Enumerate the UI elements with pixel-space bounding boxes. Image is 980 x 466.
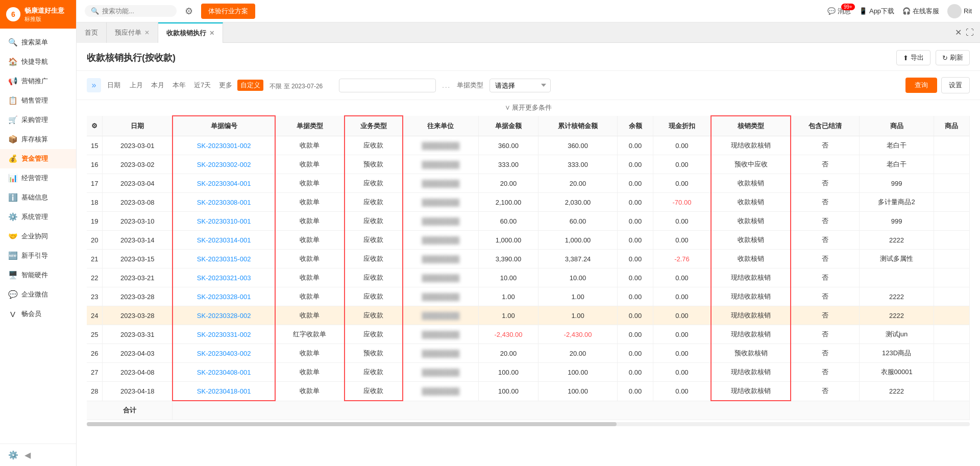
sidebar-item-base[interactable]: ℹ️基础信息 xyxy=(0,188,76,207)
last-month-btn[interactable]: 上月 xyxy=(127,79,146,91)
cell-amount: 360.00 xyxy=(478,136,538,155)
counterpart-input[interactable] xyxy=(339,79,436,92)
voucher-type-select[interactable]: 请选择 xyxy=(489,79,551,92)
maximize-tab-button[interactable]: ⛶ xyxy=(966,28,974,37)
th-settings[interactable]: ⚙ xyxy=(87,116,103,136)
cell-doc-no[interactable]: SK-20230328-001 xyxy=(173,287,275,306)
sidebar-item-purchase[interactable]: 🛒采购管理 xyxy=(0,110,76,130)
settings-icon[interactable]: ⚙️ xyxy=(8,450,18,460)
cell-doc-no[interactable]: SK-20230418-001 xyxy=(173,382,275,401)
refresh-button[interactable]: ↻ 刷新 xyxy=(936,50,970,65)
cell-doc-no[interactable]: SK-20230314-001 xyxy=(173,231,275,250)
cell-doc-no[interactable]: SK-20230308-001 xyxy=(173,193,275,212)
tab-close-collection[interactable]: ✕ xyxy=(209,30,214,37)
expand-more-button[interactable]: ∨ 展开更多条件 xyxy=(505,103,552,112)
last-7days-btn[interactable]: 近7天 xyxy=(191,79,214,91)
cell-goods2 xyxy=(934,193,969,212)
message-button[interactable]: 💬 消息 99+ xyxy=(827,7,851,16)
cell-include-cleared: 否 xyxy=(791,306,859,325)
th-doc-type: 单据类型 xyxy=(275,116,344,136)
more-date-btn[interactable]: 更多 xyxy=(216,79,235,91)
sidebar-item-member[interactable]: V畅会员 xyxy=(0,304,76,324)
service-button[interactable]: 🎧 在线客服 xyxy=(902,7,939,16)
cell-biz-type: 应收款 xyxy=(345,174,403,193)
cell-balance: 0.00 xyxy=(617,155,653,174)
custom-date-btn[interactable]: 自定义 xyxy=(237,80,263,91)
scrollbar-track[interactable] xyxy=(87,422,970,426)
sidebar-item-system[interactable]: ⚙️系统管理 xyxy=(0,207,76,227)
query-button[interactable]: 查询 xyxy=(905,78,937,93)
doc-no-link[interactable]: SK-20230328-001 xyxy=(197,293,251,301)
cell-counterpart: ████████ xyxy=(403,155,479,174)
cell-doc-no[interactable]: SK-20230301-002 xyxy=(173,136,275,155)
more-filters-dots[interactable]: ... xyxy=(442,82,451,89)
sidebar-item-inventory[interactable]: 📦库存核算 xyxy=(0,130,76,149)
doc-no-link[interactable]: SK-20230304-001 xyxy=(197,180,251,187)
voucher-type-label: 单据类型 xyxy=(457,81,483,90)
doc-no-link[interactable]: SK-20230408-001 xyxy=(197,369,251,376)
cell-discount: 0.00 xyxy=(653,344,711,363)
doc-no-link[interactable]: SK-20230418-001 xyxy=(197,387,251,395)
doc-no-link[interactable]: SK-20230321-003 xyxy=(197,274,251,282)
cell-doc-no[interactable]: SK-20230408-001 xyxy=(173,363,275,382)
cell-counterpart: ████████ xyxy=(403,268,479,287)
solution-button[interactable]: 体验行业方案 xyxy=(201,4,255,19)
doc-no-link[interactable]: SK-20230328-002 xyxy=(197,312,251,320)
sidebar-item-marketing[interactable]: 📢营销推广 xyxy=(0,71,76,91)
user-avatar[interactable]: Rit xyxy=(947,4,972,18)
purchase-icon: 🛒 xyxy=(8,115,17,125)
gear-icon[interactable]: ⚙ xyxy=(185,6,193,17)
cell-date: 2023-03-21 xyxy=(103,268,173,287)
cell-doc-no[interactable]: SK-20230328-002 xyxy=(173,306,275,325)
member-icon: V xyxy=(8,309,17,318)
doc-no-link[interactable]: SK-20230302-002 xyxy=(197,161,251,168)
search-input[interactable] xyxy=(102,7,163,15)
close-tab-button[interactable]: ✕ xyxy=(955,28,962,37)
cell-doc-no[interactable]: SK-20230302-002 xyxy=(173,155,275,174)
this-month-btn[interactable]: 本月 xyxy=(148,79,167,91)
doc-no-link[interactable]: SK-20230308-001 xyxy=(197,199,251,206)
app-download-button[interactable]: 📱 App下载 xyxy=(859,7,894,16)
cell-doc-no[interactable]: SK-20230403-002 xyxy=(173,344,275,363)
doc-no-link[interactable]: SK-20230301-002 xyxy=(197,142,251,150)
collapse-icon[interactable]: ◀ xyxy=(24,450,31,460)
shortcut-icon: 🏠 xyxy=(8,57,17,66)
filter-settings-button[interactable]: 设置 xyxy=(941,77,970,93)
cell-amount: 20.00 xyxy=(478,174,538,193)
doc-no-link[interactable]: SK-20230315-002 xyxy=(197,255,251,263)
sidebar-item-search[interactable]: 🔍搜索菜单 xyxy=(0,33,76,52)
tab-home[interactable]: 首页 xyxy=(77,22,107,43)
tab-label: 预应付单 xyxy=(115,28,141,37)
cell-biz-type: 应收款 xyxy=(345,136,403,155)
sidebar-item-wechat[interactable]: 💬企业微信 xyxy=(0,285,76,304)
cell-doc-no[interactable]: SK-20230321-003 xyxy=(173,268,275,287)
doc-no-link[interactable]: SK-20230403-002 xyxy=(197,350,251,357)
sidebar-item-shortcut[interactable]: 🏠快捷导航 xyxy=(0,52,76,71)
export-button[interactable]: ⬆ 导出 xyxy=(896,50,930,65)
sidebar-item-finance[interactable]: 💰资金管理 xyxy=(0,149,76,168)
tab-prepay[interactable]: 预应付单✕ xyxy=(107,22,158,43)
cell-counterpart: ████████ xyxy=(403,212,479,231)
cell-doc-no[interactable]: SK-20230331-002 xyxy=(173,325,275,344)
sidebar-item-sales[interactable]: 📋销售管理 xyxy=(0,91,76,110)
tab-collection[interactable]: 收款核销执行✕ xyxy=(158,22,223,43)
cell-goods2 xyxy=(934,136,969,155)
sidebar-item-operation[interactable]: 📊经营管理 xyxy=(0,168,76,188)
th-discount: 现金折扣 xyxy=(653,116,711,136)
sidebar-item-hardware[interactable]: 🖥️智能硬件 xyxy=(0,265,76,285)
cell-doc-no[interactable]: SK-20230304-001 xyxy=(173,174,275,193)
doc-no-link[interactable]: SK-20230314-001 xyxy=(197,236,251,244)
this-year-btn[interactable]: 本年 xyxy=(169,79,189,91)
tab-close-prepay[interactable]: ✕ xyxy=(144,29,150,36)
cell-biz-type: 预收款 xyxy=(345,344,403,363)
hardware-icon: 🖥️ xyxy=(8,271,17,280)
doc-no-link[interactable]: SK-20230331-002 xyxy=(197,331,251,338)
scrollbar-thumb[interactable] xyxy=(87,422,617,426)
cell-doc-no[interactable]: SK-20230315-002 xyxy=(173,250,275,268)
sidebar-item-guide[interactable]: 🆕新手引导 xyxy=(0,246,76,265)
cell-no: 26 xyxy=(87,344,103,363)
doc-no-link[interactable]: SK-20230310-001 xyxy=(197,217,251,225)
filter-expand-button[interactable]: » xyxy=(87,78,101,92)
cell-doc-no[interactable]: SK-20230310-001 xyxy=(173,212,275,231)
sidebar-item-corp[interactable]: 🤝企业协同 xyxy=(0,227,76,246)
